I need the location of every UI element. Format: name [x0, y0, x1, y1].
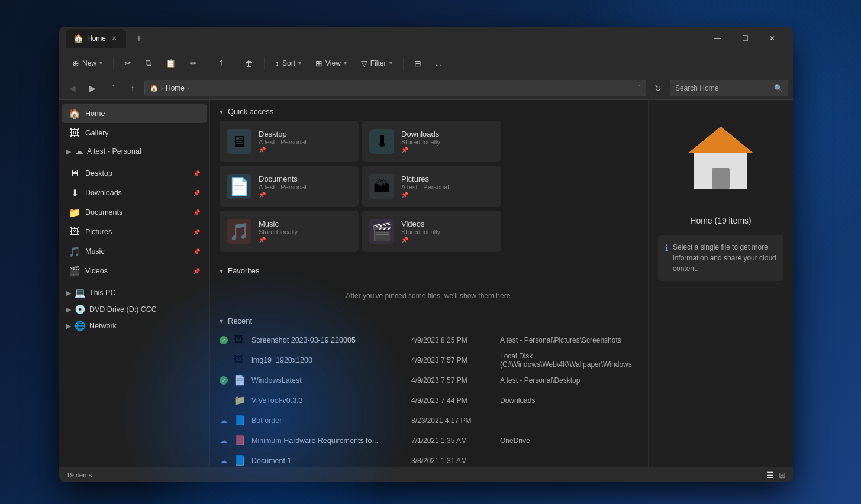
toolbar-sep-1 — [113, 57, 114, 69]
window-controls: — ☐ ✕ — [704, 29, 786, 48]
quick-access-header[interactable]: ▾ Quick access — [210, 100, 648, 121]
recent-section-label: Recent — [228, 316, 252, 325]
recent-file-icon: 📕 — [234, 435, 246, 447]
refresh-button[interactable]: ↻ — [650, 80, 666, 96]
recent-list-item[interactable]: ☁ 📘 Document 1 3/8/2021 1:31 AM — [215, 451, 643, 467]
sidebar-item-documents[interactable]: 📁 Documents 📌 — [62, 203, 207, 222]
recent-status-icon: ✓ — [220, 376, 228, 385]
sidebar-item-home[interactable]: 🏠 Home — [62, 104, 207, 123]
desktop-icon: 🖥 — [69, 168, 80, 179]
recent-locations-button[interactable]: ˅ — [104, 80, 121, 96]
qa-item-documents[interactable]: 📄 Documents A test - Personal 📌 — [220, 166, 359, 207]
sidebar-group-atest[interactable]: ▶ ☁ A test - Personal — [59, 143, 209, 160]
details-button[interactable]: ⊟ — [408, 54, 427, 73]
qa-item-music[interactable]: 🎵 Music Stored locally 📌 — [220, 211, 359, 252]
documents-icon: 📁 — [69, 207, 80, 218]
sidebar-group-dvd[interactable]: ▶ 💿 DVD Drive (D:) CCC — [59, 301, 209, 318]
sort-chevron-icon: ▾ — [298, 60, 301, 66]
recent-file-date: 8/23/2021 4:17 PM — [411, 416, 494, 425]
list-view-icon[interactable]: ☰ — [766, 470, 774, 480]
maximize-button[interactable]: ☐ — [731, 29, 759, 48]
up-button[interactable]: ↑ — [124, 80, 141, 96]
recent-file-date: 4/9/2023 7:44 PM — [411, 396, 494, 405]
sidebar-item-desktop[interactable]: 🖥 Desktop 📌 — [62, 164, 207, 183]
status-bar: 19 items ☰ ⊞ — [59, 467, 793, 482]
network-expand-icon: ▶ — [66, 322, 71, 330]
new-icon: ⊕ — [72, 59, 79, 68]
back-button[interactable]: ◀ — [64, 80, 80, 96]
cut-button[interactable]: ✂ — [118, 54, 137, 73]
thispc-label: This PC — [89, 289, 115, 297]
sort-button[interactable]: ↕ Sort ▾ — [269, 54, 307, 73]
qa-videos-pin: 📌 — [401, 237, 440, 243]
fav-section-label: Favorites — [228, 266, 259, 275]
search-box[interactable]: Search Home 🔍 — [670, 80, 788, 96]
qa-pictures-info: Pictures A test - Personal 📌 — [401, 175, 449, 198]
favorites-header[interactable]: ▾ Favorites — [210, 259, 648, 280]
music-icon: 🎵 — [69, 246, 80, 257]
recent-file-location: Local Disk (C:\Windows\Web\4K\Wallpaper\… — [500, 352, 639, 369]
tab-close-button[interactable]: ✕ — [109, 34, 119, 43]
network-icon: 🌐 — [75, 321, 86, 331]
qa-documents-name: Documents — [259, 175, 307, 183]
recent-file-icon: 🖼 — [234, 354, 246, 366]
new-chevron-icon: ▾ — [99, 60, 102, 66]
qa-desktop-pin: 📌 — [259, 147, 307, 153]
sidebar-item-videos[interactable]: 🎬 Videos 📌 — [62, 261, 207, 280]
share-button[interactable]: ⤴ — [213, 54, 229, 73]
qa-item-desktop[interactable]: 🖥 Desktop A test - Personal 📌 — [220, 121, 359, 162]
gallery-sidebar-icon: 🖼 — [69, 128, 80, 138]
recent-file-location: A test - Personal\Pictures\Screenshots — [500, 336, 621, 344]
sidebar-pinned-section: 🖥 Desktop 📌 ⬇ Downloads 📌 📁 Documents 📌 … — [59, 164, 209, 280]
sidebar-item-gallery[interactable]: 🖼 Gallery — [62, 124, 207, 143]
toolbar-sep-5 — [403, 57, 404, 69]
qa-item-downloads[interactable]: ⬇ Downloads Stored locally 📌 — [362, 121, 501, 162]
qa-item-pictures[interactable]: 🏔 Pictures A test - Personal 📌 — [362, 166, 501, 207]
right-panel-info-box: ℹ Select a single file to get more infor… — [658, 235, 783, 281]
sidebar-group-network[interactable]: ▶ 🌐 Network — [59, 318, 209, 334]
sidebar-group-thispc[interactable]: ▶ 💻 This PC — [59, 285, 209, 301]
new-button[interactable]: ⊕ New ▾ — [66, 54, 108, 73]
recent-list-item[interactable]: ☁ 📕 Minimum Hardware Requirements fo... … — [215, 431, 643, 451]
breadcrumb-expand-icon[interactable]: ˅ — [637, 84, 641, 92]
recent-list-item[interactable]: ✓ 🖼 Screenshot 2023-03-19 220005 4/9/202… — [215, 330, 643, 350]
sidebar-item-music[interactable]: 🎵 Music 📌 — [62, 242, 207, 261]
breadcrumb-home-label[interactable]: Home — [166, 84, 185, 92]
rename-button[interactable]: ✏ — [184, 54, 203, 73]
recent-list-item[interactable]: 📁 ViVeTool-v0.3.3 4/9/2023 7:44 PM Downl… — [215, 390, 643, 411]
dvd-icon: 💿 — [75, 304, 86, 315]
rename-icon: ✏ — [190, 59, 197, 68]
copy-button[interactable]: ⧉ — [140, 54, 157, 73]
right-panel-info-text: Select a single file to get more informa… — [673, 242, 776, 274]
recent-list-item[interactable]: ☁ 📘 Bot order 8/23/2021 4:17 PM — [215, 411, 643, 431]
recent-file-icon: 📘 — [234, 455, 246, 467]
sidebar-item-pictures[interactable]: 🖼 Pictures 📌 — [62, 222, 207, 241]
breadcrumb-bar[interactable]: 🏠 › Home › ˅ — [144, 80, 646, 96]
tab-home[interactable]: 🏠 Home ✕ — [66, 29, 126, 48]
qa-item-videos[interactable]: 🎬 Videos Stored locally 📌 — [362, 211, 501, 252]
new-tab-button[interactable]: + — [131, 30, 147, 47]
forward-button[interactable]: ▶ — [84, 80, 101, 96]
qa-pictures-pin: 📌 — [401, 192, 449, 198]
recent-header[interactable]: ▾ Recent — [210, 309, 648, 330]
atest-expand-icon: ▶ — [66, 148, 71, 156]
qa-downloads-sub: Stored locally — [401, 138, 440, 146]
filter-button[interactable]: ▽ Filter ▾ — [355, 54, 398, 73]
delete-button[interactable]: 🗑 — [239, 54, 259, 73]
recent-file-name: img19_1920x1200 — [251, 356, 405, 364]
recent-file-date: 3/8/2021 1:31 AM — [411, 457, 494, 465]
more-label: ... — [436, 59, 441, 67]
recent-list-item[interactable]: ✓ 📄 WindowsLatest 4/9/2023 7:57 PM A tes… — [215, 370, 643, 390]
recent-list-item[interactable]: 🖼 img19_1920x1200 4/9/2023 7:57 PM Local… — [215, 350, 643, 370]
sidebar-item-downloads[interactable]: ⬇ Downloads 📌 — [62, 183, 207, 202]
paste-button[interactable]: 📋 — [160, 54, 182, 73]
qa-documents-sub: A test - Personal — [259, 183, 307, 190]
view-button[interactable]: ⊞ View ▾ — [309, 54, 353, 73]
more-button[interactable]: ... — [430, 54, 447, 73]
close-button[interactable]: ✕ — [759, 29, 786, 48]
grid-view-icon[interactable]: ⊞ — [779, 470, 786, 480]
new-label: New — [82, 59, 96, 67]
desktop-label: Desktop — [85, 169, 188, 177]
minimize-button[interactable]: — — [704, 29, 731, 48]
details-icon: ⊟ — [414, 59, 421, 68]
